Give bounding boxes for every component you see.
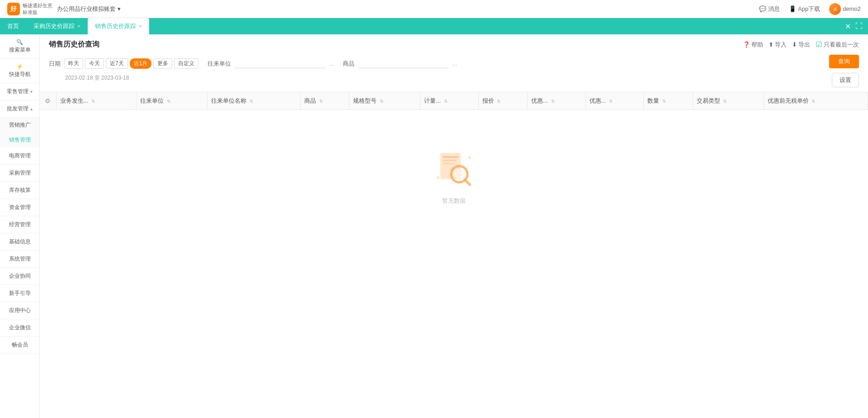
sort-icon-spec[interactable]: ⇅ (380, 99, 383, 104)
table-header-row: ⚙ 业务发生... ⇅ 往来单位 ⇅ 往来单位名称 ⇅ (40, 92, 868, 110)
date-btn-custom[interactable]: 自定义 (174, 58, 198, 69)
only-last-toggle[interactable]: ☑ 只看最后一次 (816, 40, 859, 49)
content-area: 销售历史价查询 ❓ 帮助 ⬆ 导入 ⬇ 导出 ☑ (40, 34, 868, 418)
top-bar-right: 💬 消息 📱 App下载 d demo2 (759, 3, 861, 15)
tab-close-sales[interactable]: × (139, 23, 142, 29)
date-btn-more[interactable]: 更多 (153, 58, 172, 69)
export-icon: ⬇ (792, 41, 797, 48)
message-btn[interactable]: 💬 消息 (759, 5, 780, 13)
query-button[interactable]: 查询 (829, 55, 859, 68)
sidebar-item-newbie[interactable]: 新手引导 (0, 285, 39, 302)
help-btn[interactable]: ❓ 帮助 (743, 41, 763, 49)
page-header: 销售历史价查询 ❓ 帮助 ⬆ 导入 ⬇ 导出 ☑ (40, 34, 868, 92)
sidebar-item-inventory[interactable]: 库存核算 (0, 182, 39, 199)
date-btn-today[interactable]: 今天 (85, 58, 104, 69)
date-range-text: 2023-02-18 至 2023-03-18 (65, 75, 129, 81)
sidebar-item-wholesale[interactable]: 批发管理 ▴ (0, 100, 39, 118)
tab-bar: 首页 采购历史价跟踪 × 销售历史价跟踪 × ✕ ⛶ (0, 18, 868, 34)
sidebar-item-operations[interactable]: 经营管理 (0, 216, 39, 233)
product-dots: ... (452, 60, 457, 67)
logo-area: 好 畅捷通好生意 标准版 (7, 2, 52, 15)
col-trade-type: 交易类型 ⇅ (693, 92, 764, 110)
sidebar-item-retail[interactable]: 零售管理 ▾ (0, 83, 39, 100)
import-btn[interactable]: ⬆ 导入 (769, 41, 787, 49)
chevron-up-icon: ▴ (30, 106, 33, 111)
sort-icon-unit[interactable]: ⇅ (444, 99, 448, 104)
sort-icon-quote[interactable]: ⇅ (497, 99, 500, 104)
sort-icon-biz-date[interactable]: ⇅ (91, 99, 95, 104)
sort-icon-quantity[interactable]: ⇅ (662, 99, 666, 104)
filter-btn-col: 查询 设置 (829, 55, 859, 87)
date-btn-last1m[interactable]: 近1月 (130, 58, 152, 69)
export-btn[interactable]: ⬇ 导出 (792, 41, 810, 49)
product-input[interactable] (358, 59, 448, 68)
sidebar-item-system[interactable]: 系统管理 (0, 251, 39, 268)
date-btn-yesterday[interactable]: 昨天 (64, 58, 83, 69)
sidebar-item-finance[interactable]: 资金管理 (0, 199, 39, 216)
tab-sales-history[interactable]: 销售历史价跟踪 × (88, 18, 149, 34)
chevron-down-icon: ▾ (118, 5, 121, 12)
sort-icon-discount1[interactable]: ⇅ (551, 99, 555, 104)
chevron-down-icon: ▾ (30, 89, 33, 94)
date-label: 日期 (49, 60, 61, 68)
top-bar-left: 好 畅捷通好生意 标准版 办公用品行业模拟账套 ▾ (7, 2, 121, 15)
tab-bar-actions: ✕ ⛶ (845, 18, 868, 34)
tab-home[interactable]: 首页 (0, 18, 26, 34)
svg-point-7 (468, 156, 471, 159)
sidebar-item-ecommerce[interactable]: 电商管理 (0, 147, 39, 165)
checkbox-checked-icon: ☑ (816, 40, 822, 49)
col-discount1: 优惠... ⇅ (528, 92, 586, 110)
date-buttons: 昨天 今天 近7天 近1月 更多 自定义 (64, 58, 198, 69)
sidebar-item-search[interactable]: 🔍 搜索菜单 (0, 34, 39, 59)
sidebar-item-purchase[interactable]: 采购管理 (0, 165, 39, 182)
help-icon: ❓ (743, 41, 750, 48)
date-btn-last7[interactable]: 近7天 (106, 58, 128, 69)
shortcuts-icon: ⚡ (16, 63, 23, 70)
svg-rect-2 (443, 160, 456, 161)
user-menu[interactable]: d demo2 (829, 3, 861, 15)
empty-text: 暂无数据 (442, 197, 466, 205)
tab-close-all-icon[interactable]: ✕ (845, 22, 851, 31)
sidebar-item-shortcuts[interactable]: ⚡ 快捷导航 (0, 59, 39, 83)
table-settings-icon[interactable]: ⚙ (45, 97, 51, 104)
partner-input[interactable] (235, 59, 325, 68)
sidebar-item-wechat[interactable]: 企业微信 (0, 319, 39, 337)
logo-text: 畅捷通好生意 标准版 (23, 2, 52, 15)
sort-icon-discount2[interactable]: ⇅ (609, 99, 613, 104)
sidebar-item-sales-mgmt[interactable]: 销售管理 (0, 133, 39, 147)
sort-icon-trade-type[interactable]: ⇅ (723, 99, 726, 104)
sort-icon-partner-code[interactable]: ⇅ (167, 99, 170, 104)
tab-close-purchase[interactable]: × (77, 23, 80, 29)
app-download-btn[interactable]: 📱 App下载 (789, 5, 820, 13)
col-discount2: 优惠... ⇅ (585, 92, 644, 110)
svg-rect-1 (443, 156, 458, 158)
sort-icon-pretax-price[interactable]: ⇅ (811, 99, 815, 104)
col-quote: 报价 ⇅ (478, 92, 527, 110)
empty-state: 暂无数据 (40, 110, 868, 241)
sidebar-item-appstore[interactable]: 应用中心 (0, 302, 39, 319)
partner-dots: ... (329, 60, 334, 67)
sidebar-item-marketing[interactable]: 营销推广 (0, 118, 39, 133)
sort-icon-partner-name[interactable]: ⇅ (250, 99, 253, 104)
empty-icon (431, 146, 476, 191)
sidebar-item-basic[interactable]: 基础信息 (0, 233, 39, 251)
sidebar-item-member[interactable]: 畅会员 (0, 337, 39, 354)
settings-button[interactable]: 设置 (832, 73, 859, 87)
sort-icon-product[interactable]: ⇅ (319, 99, 323, 104)
message-icon: 💬 (759, 5, 766, 12)
page-title-row: 销售历史价查询 ❓ 帮助 ⬆ 导入 ⬇ 导出 ☑ (49, 40, 859, 49)
filter-row-container: 日期 昨天 今天 近7天 近1月 更多 自定义 往来单位 (49, 55, 859, 92)
sidebar: 🔍 搜索菜单 ⚡ 快捷导航 零售管理 ▾ 批发管理 ▴ 营销推广 销售管理 电商… (0, 34, 40, 418)
col-partner-code: 往来单位 ⇅ (136, 92, 207, 110)
filters-left: 日期 昨天 今天 近7天 近1月 更多 自定义 往来单位 (49, 55, 457, 82)
partner-filter-group: 往来单位 ... (208, 59, 334, 68)
data-table: ⚙ 业务发生... ⇅ 往来单位 ⇅ 往来单位名称 ⇅ (40, 92, 868, 110)
app-selector[interactable]: 办公用品行业模拟账套 ▾ (57, 5, 121, 13)
download-icon: 📱 (789, 5, 796, 12)
col-partner-name: 往来单位名称 ⇅ (208, 92, 301, 110)
svg-line-6 (465, 180, 470, 185)
tab-purchase-history[interactable]: 采购历史价跟踪 × (26, 18, 88, 34)
page-actions: ❓ 帮助 ⬆ 导入 ⬇ 导出 ☑ 只看最后一次 (743, 40, 859, 49)
tab-expand-icon[interactable]: ⛶ (855, 22, 863, 30)
sidebar-item-enterprise[interactable]: 企业协同 (0, 268, 39, 285)
